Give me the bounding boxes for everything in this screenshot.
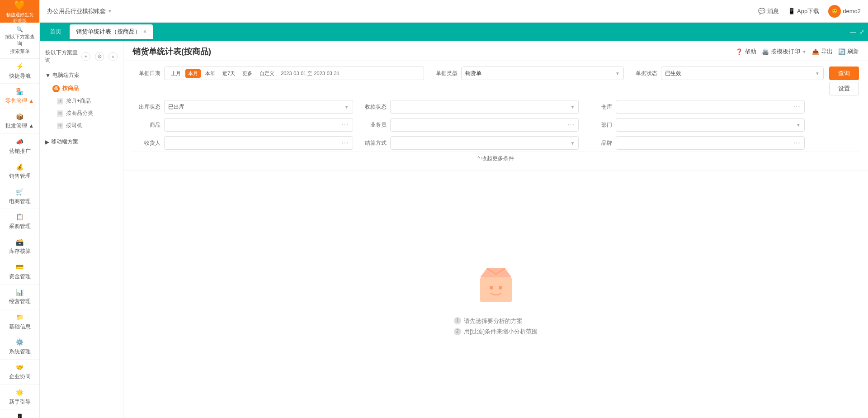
export-btn[interactable]: 📤 导出 xyxy=(812,48,833,56)
tree-expand-icon: ▼ xyxy=(45,72,51,79)
tree-sub-icon-month: 按 xyxy=(57,98,63,104)
export-label: 导出 xyxy=(821,48,833,56)
sidebar-nav-retail[interactable]: 🏪 零售管理 ▲ xyxy=(0,84,39,109)
status-label: 单据状态 xyxy=(629,70,661,77)
tab-home[interactable]: 首页 xyxy=(43,24,68,39)
type-label: 单据类型 xyxy=(429,70,461,77)
sidebar-nav-base[interactable]: 📁 基础信息 xyxy=(0,309,39,334)
top-header: 办公用品行业模拟账套 ▼ 💬 消息 📱 App下载 😊 demo2 xyxy=(40,0,868,23)
date-filter[interactable]: 上月 本月 本年 近7天 更多 自定义 2023-03-01 至 2023-03… xyxy=(164,66,424,80)
tab-bar-right: — ⤢ xyxy=(850,28,864,35)
sidebar-nav-ops[interactable]: 📊 经营管理 xyxy=(0,285,39,309)
salesperson-filter[interactable]: ··· xyxy=(390,118,579,132)
empty-tip-2: 2 用[过滤]条件来缩小分析范围 xyxy=(454,326,538,337)
print-chevron: ▼ xyxy=(802,49,807,54)
out-status-filter[interactable]: 已出库 ▼ xyxy=(164,100,353,114)
tab-active[interactable]: 销货单统计表（按商品） × xyxy=(70,24,153,39)
sidebar-nav-ecommerce[interactable]: 🛒 电商管理 xyxy=(0,184,39,209)
nav-icon-inventory: 🗃️ xyxy=(3,238,37,247)
tree-sub-label-month: 按月+商品 xyxy=(66,97,91,105)
warehouse-filter[interactable]: ··· xyxy=(616,100,805,114)
payment-filter[interactable]: ▼ xyxy=(390,100,579,114)
help-label: 帮助 xyxy=(745,48,756,56)
date-btn-7days[interactable]: 近7天 xyxy=(220,69,238,78)
app-download-btn[interactable]: 📱 App下载 xyxy=(788,7,819,15)
filter-section: 单据日期 上月 本月 本年 近7天 更多 自定义 2023-03-01 至 20… xyxy=(123,61,868,171)
date-btn-more[interactable]: 更多 xyxy=(240,69,255,78)
tree-pc-title[interactable]: ▼ 电脑端方案 xyxy=(40,69,123,82)
help-btn[interactable]: ❓ 帮助 xyxy=(736,48,756,56)
tree-item-by-month-goods[interactable]: 按 按月+商品 xyxy=(40,95,123,107)
date-btn-lastmonth[interactable]: 上月 xyxy=(168,69,184,78)
collapse-panel-btn[interactable]: « xyxy=(108,52,118,61)
svg-point-2 xyxy=(499,286,502,290)
tree-item-label-goods: 按商品 xyxy=(62,85,79,92)
sidebar-nav-purchase[interactable]: 📋 采购管理 xyxy=(0,209,39,234)
tree-item-by-driver[interactable]: 按 按司机 xyxy=(40,119,123,132)
user-menu[interactable]: 😊 demo2 xyxy=(828,5,861,18)
tab-maximize-btn[interactable]: ⤢ xyxy=(859,28,864,35)
dept-filter[interactable]: ▼ xyxy=(616,118,805,132)
refresh-btn[interactable]: 🔄 刷新 xyxy=(838,48,859,56)
brand-filter[interactable]: ··· xyxy=(616,136,805,150)
print-icon: 🖨️ xyxy=(762,48,769,55)
sidebar-nav-system[interactable]: ⚙️ 系统管理 xyxy=(0,334,39,359)
setting-btn[interactable]: 设置 xyxy=(829,82,859,95)
status-filter[interactable]: 已生效 ▼ xyxy=(661,66,824,80)
empty-svg xyxy=(469,252,523,307)
nav-icon-enterprise: 🤝 xyxy=(3,363,37,372)
nav-icon-finance: 💳 xyxy=(3,263,37,272)
nav-icon-wholesale: 📦 xyxy=(3,113,37,122)
type-filter[interactable]: 销货单 ▼ xyxy=(461,66,624,80)
left-panel-header: 按以下方案查询 + ⚙ « xyxy=(40,46,123,67)
tab-bar: 首页 销货单统计表（按商品） × — ⤢ xyxy=(40,23,868,41)
query-btn[interactable]: 查询 xyxy=(829,66,859,80)
search-label2: 搜索菜单 xyxy=(5,48,35,55)
search-icon: 🔍 xyxy=(16,26,23,33)
add-scheme-btn[interactable]: + xyxy=(81,52,90,61)
sidebar-nav-finance[interactable]: 💳 资金管理 xyxy=(0,259,39,284)
app-logo: 🧡 畅捷通好生意 标准版 xyxy=(0,0,39,23)
receiver-label: 收货人 xyxy=(132,139,164,147)
goods-filter[interactable]: ··· xyxy=(164,118,353,132)
right-content: 销货单统计表(按商品) ❓ 帮助 🖨️ 按模板打印 ▼ 📤 导出 xyxy=(123,41,868,418)
tree-pc-label: 电脑端方案 xyxy=(52,71,80,79)
tip-num-2: 2 xyxy=(454,328,461,335)
page-title: 销货单统计表(按商品) xyxy=(132,46,211,57)
sidebar-search[interactable]: 🔍 按以下方案查询 搜索菜单 xyxy=(0,23,39,59)
collapse-btn[interactable]: ^ 收起更多条件 xyxy=(132,152,859,165)
search-label: 按以下方案查询 xyxy=(5,33,35,47)
tab-close-btn[interactable]: × xyxy=(143,28,146,35)
settings-scheme-btn[interactable]: ⚙ xyxy=(95,52,104,61)
print-btn[interactable]: 🖨️ 按模板打印 ▼ xyxy=(762,48,807,56)
message-btn[interactable]: 💬 消息 xyxy=(758,7,779,15)
sidebar-nav-wholesale[interactable]: 📦 批发管理 ▲ xyxy=(0,109,39,134)
tree-mobile-title[interactable]: ▶ 移动端方案 xyxy=(40,135,123,148)
tab-minimize-btn[interactable]: — xyxy=(850,28,856,35)
tree-item-by-category[interactable]: 按 按商品分类 xyxy=(40,107,123,119)
user-avatar: 😊 xyxy=(828,5,841,18)
header-right: 💬 消息 📱 App下载 😊 demo2 xyxy=(758,5,861,18)
industry-selector[interactable]: 办公用品行业模拟账套 ▼ xyxy=(47,7,112,15)
date-btn-thisyear[interactable]: 本年 xyxy=(203,69,218,78)
salesperson-dots: ··· xyxy=(567,121,575,129)
sidebar-nav-inventory[interactable]: 🗃️ 库存核算 xyxy=(0,234,39,259)
left-panel: 按以下方案查询 + ⚙ « ▼ 电脑端方案 按 按商品 按 按月+商品 xyxy=(40,41,123,418)
sidebar-nav-enterprise[interactable]: 🤝 企业协同 xyxy=(0,360,39,385)
nav-icon-quicknav: ⚡ xyxy=(3,62,37,71)
dept-chevron: ▼ xyxy=(796,123,801,128)
sidebar-nav-apps[interactable]: 📱 应用中心 xyxy=(0,409,39,418)
sidebar-nav-marketing[interactable]: 📣 营销推广 xyxy=(0,134,39,159)
receiver-dots: ··· xyxy=(341,139,349,147)
download-icon: 📱 xyxy=(788,8,795,14)
tree-item-by-goods[interactable]: 按 按商品 xyxy=(40,82,123,95)
date-btn-thismonth[interactable]: 本月 xyxy=(185,69,201,78)
collapse-label: ^ 收起更多条件 xyxy=(477,155,514,162)
sidebar-nav-newbie[interactable]: 🌟 新手引导 xyxy=(0,385,39,409)
sidebar-nav-sales[interactable]: 💰 销售管理 xyxy=(0,159,39,184)
sidebar-nav-quicknav[interactable]: ⚡ 快捷导航 xyxy=(0,59,39,84)
receiver-filter[interactable]: ··· xyxy=(164,136,353,150)
date-btn-custom[interactable]: 自定义 xyxy=(257,69,277,78)
settlement-filter[interactable]: ▼ xyxy=(390,136,579,150)
tree-sub-icon-driver: 按 xyxy=(57,123,63,129)
